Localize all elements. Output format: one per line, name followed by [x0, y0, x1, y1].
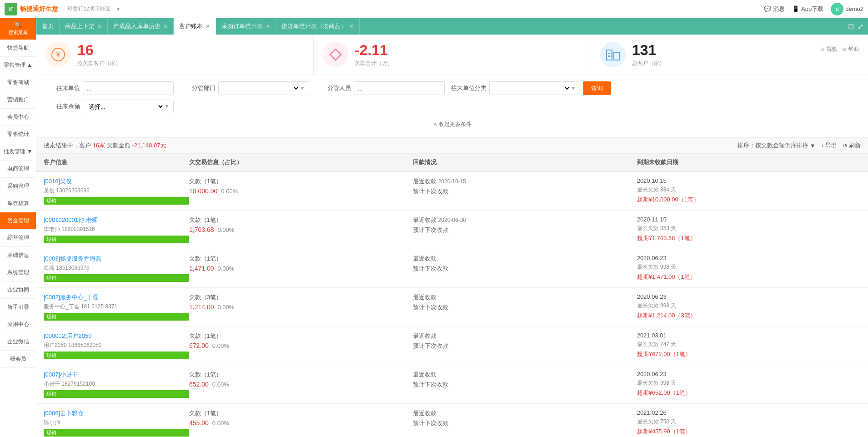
overdue-amount-2[interactable]: 超期¥1,703.68（1笔） [637, 234, 861, 242]
stat2-text: -2.11 欠款合计（万） [355, 42, 393, 67]
sort-label: 排序：按欠款金额倒序排序 ▼ [738, 141, 816, 150]
col-customer-info: 客户信息 [44, 158, 189, 166]
refresh-btn[interactable]: ↺ 刷新 [843, 141, 861, 150]
overdue-amount-1[interactable]: 超期¥10,000.00（1笔） [637, 196, 861, 204]
expand-icon: ▲ [27, 62, 32, 68]
source-unit-input[interactable]: ... [83, 81, 174, 95]
tab-purchase-stats[interactable]: 采购订单统计表 ✕ [216, 18, 276, 35]
sidebar-item-retail-mgmt[interactable]: 零售管理 ▲ [0, 57, 36, 74]
phone-icon: 📱 [792, 5, 799, 12]
sidebar-item-member2[interactable]: 畅会员 [0, 351, 36, 368]
person-label: 分管人员 [315, 84, 351, 92]
overdue-date-2: 2020.11.15 [637, 216, 861, 223]
debt-count-6: 欠款（1笔） [189, 371, 413, 379]
export-btn[interactable]: ↑ 导出 [821, 141, 838, 150]
help-btn[interactable]: ⊙ 帮助 [842, 45, 859, 53]
overdue-date-1: 2020.10.15 [637, 177, 861, 184]
sidebar-item-quick-nav[interactable]: 快捷导航 [0, 40, 36, 57]
tab-close-icon[interactable]: ✕ [349, 23, 354, 30]
sidebar-item-system[interactable]: 系统管理 [0, 264, 36, 281]
customer-name-link-1[interactable]: [0016]吴俊 [44, 177, 189, 186]
tab-expand-icon[interactable]: ⊡ [848, 22, 854, 31]
tab-close-icon[interactable]: ✕ [97, 23, 102, 30]
overdue-amount-4[interactable]: 超期¥1,214.00（3笔） [637, 311, 861, 320]
tab-customer-account[interactable]: 客户账本 ✕ [174, 18, 216, 35]
collection-info-1: 最近收款 2020-10-15 预计下次收款 [413, 177, 637, 196]
app-download-btn[interactable]: 📱 App下载 [792, 5, 823, 13]
sidebar-item-batch-mgmt[interactable]: 批发管理 ▼ [0, 143, 36, 161]
sidebar-item-enterprise[interactable]: 企业协同 [0, 281, 36, 299]
filter-source-unit: 往来单位 ... [44, 81, 174, 95]
overdue-amount-6[interactable]: 超期¥652.00（1笔） [637, 389, 861, 397]
customer-phone-4: 服务中心_丁磊 181 0125 8371 [44, 303, 189, 311]
collection-info-5: 最近收款 预计下次收款 [413, 332, 637, 350]
customer-name-link-5[interactable]: [000002]用户2050 [44, 332, 189, 340]
tab-close-icon[interactable]: ✕ [163, 23, 168, 30]
next-label-4: 预计下次收款 [413, 303, 637, 311]
overdue-info-3: 2020.06.23 最长欠款 998 天 超期¥1,471.00（1笔） [637, 255, 861, 281]
customer-name-link-3[interactable]: [0003]畅捷服务尹海燕 [44, 255, 189, 263]
sidebar-item-purchase[interactable]: 采购管理 [0, 178, 36, 195]
stat-icon-building [600, 42, 626, 67]
recent-label-4: 最近收款 [413, 293, 637, 301]
message-btn[interactable]: 💬 消息 [764, 5, 785, 13]
view-video-btn[interactable]: ⊙ 视频 [820, 45, 837, 53]
search-button[interactable]: 查询 [583, 81, 611, 95]
customer-info-1: [0016]吴俊 吴俊 13026203696 现销 [44, 177, 189, 205]
sidebar-item-retail-mall[interactable]: 零售商城 [0, 74, 36, 91]
customer-name-link-7[interactable]: [0006]去下粮仓 [44, 409, 189, 417]
tab-close-icon[interactable]: ✕ [206, 23, 210, 30]
sidebar-search[interactable]: 🔍 搜索菜单 [0, 18, 36, 40]
table-row: [0007]小进干 小进干 18279152100 现销 欠款（1笔） 652.… [36, 365, 868, 404]
sidebar-item-retail-stats[interactable]: 零售统计 [0, 126, 36, 143]
sidebar-item-marketing[interactable]: 营销推广 [0, 91, 36, 109]
sidebar-item-ecommerce[interactable]: 电商管理 [0, 161, 36, 178]
svg-marker-2 [330, 49, 341, 60]
top-bar-right: 💬 消息 📱 App下载 d demo2 [764, 3, 863, 15]
sidebar-item-wechat[interactable]: 企业微信 [0, 333, 36, 351]
customer-name-link-4[interactable]: [0002]服务中心_丁磊 [44, 293, 189, 301]
sidebar-item-operation[interactable]: 经营管理 [0, 230, 36, 247]
dept-select[interactable]: ▼ [218, 81, 309, 95]
tab-product-history[interactable]: 产成品入库单历史 ✕ [108, 18, 174, 35]
customer-name-link-2[interactable]: [0001020001]李老师 [44, 216, 189, 224]
sidebar-item-basic[interactable]: 基础信息 [0, 247, 36, 264]
tab-stock-stats[interactable]: 进货单统计表（按商品） ✕ [276, 18, 360, 35]
sidebar-item-finance[interactable]: 资金管理 [0, 212, 36, 230]
next-label-2: 预计下次收款 [413, 226, 637, 234]
stat-top-actions: ⊙ 视频 ⊙ 帮助 [820, 42, 859, 53]
recent-label-7: 最近收款 [413, 409, 637, 417]
customer-name-link-6[interactable]: [0007]小进干 [44, 371, 189, 379]
sidebar-item-guide[interactable]: 新手引导 [0, 299, 36, 316]
debt-info-6: 欠款（1笔） 652.000.00% [189, 371, 413, 388]
customer-tag-4: 现销 [44, 313, 189, 321]
customer-phone-3: 海燕 18513066976 [44, 264, 189, 272]
dept-select-input[interactable] [222, 85, 300, 92]
store-expand-icon[interactable]: ▼ [115, 6, 121, 12]
overdue-amount-7[interactable]: 超期¥455.90（1笔） [637, 427, 861, 436]
tab-product-shelf[interactable]: 商品上下架 ✕ [60, 18, 108, 35]
user-avatar[interactable]: d demo2 [831, 3, 863, 15]
unit-class-select[interactable]: ▼ [489, 81, 580, 95]
overdue-amount-5[interactable]: 超期¥672.00（1笔） [637, 350, 861, 358]
avatar: d [831, 3, 843, 15]
sidebar-item-app-center[interactable]: 应用中心 [0, 316, 36, 333]
balance-select[interactable]: 选择... ▼ [83, 100, 174, 113]
stat3-value: 131 [632, 42, 665, 59]
unit-class-select-input[interactable] [493, 85, 571, 92]
table-header: 客户信息 欠交易信息（占比） 回款情况 到期未收款日期 [36, 154, 868, 172]
sidebar-item-member[interactable]: 会员中心 [0, 109, 36, 126]
balance-select-input[interactable]: 选择... [87, 103, 164, 111]
customer-phone-2: 李老师 18600391516 [44, 226, 189, 233]
person-input[interactable]: ... [354, 81, 445, 95]
customer-info-4: [0002]服务中心_丁磊 服务中心_丁磊 181 0125 8371 现销 [44, 293, 189, 321]
tab-fullscreen-icon[interactable]: ⤢ [858, 22, 863, 31]
col-debt-info: 欠交易信息（占比） [189, 158, 413, 166]
stat1-label: 总欠款客户（家） [77, 60, 121, 67]
tab-close-icon[interactable]: ✕ [266, 23, 270, 30]
collapse-btn[interactable]: ∧ 收起更多条件 [44, 118, 861, 131]
overdue-amount-3[interactable]: 超期¥1,471.00（1笔） [637, 273, 861, 281]
customer-tag-5: 现销 [44, 352, 189, 359]
sidebar-item-stock[interactable]: 库存核算 [0, 195, 36, 212]
tab-home[interactable]: 首页 [36, 18, 60, 35]
